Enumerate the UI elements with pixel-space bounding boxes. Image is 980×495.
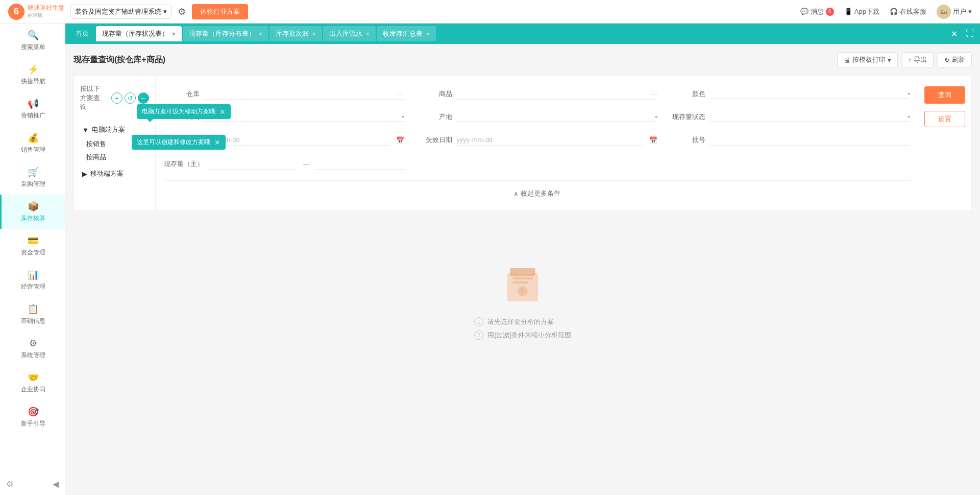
print-dropdown-icon: ▾ — [888, 56, 891, 64]
tab-close-inventory-status[interactable]: ✕ — [172, 31, 176, 37]
mobile-scheme-group: ▶ 移动端方案 — [74, 166, 155, 181]
setup-button[interactable]: 设置 — [924, 111, 965, 127]
operations-icon: 📊 — [28, 269, 39, 280]
sidebar-item-operations[interactable]: 📊经营管理 — [0, 263, 65, 297]
scheme-arrow-button[interactable]: ← — [138, 92, 149, 104]
filter-label: 按以下方案查询 — [80, 84, 105, 112]
empty-step-2: 2 用[过滤]条件来缩小分析范围 — [474, 331, 571, 340]
add-scheme-button[interactable]: + — [111, 92, 122, 104]
online-service-button[interactable]: 🎧 在线客服 — [890, 7, 926, 16]
system-selector[interactable]: 装备及固定资产辅助管理系统 ▾ — [70, 5, 172, 19]
expire-date-label: 失效日期 — [416, 135, 452, 145]
warehouse-dots: ··· — [397, 90, 404, 98]
stock-main-to-input[interactable] — [316, 158, 404, 170]
sidebar-item-inventory[interactable]: 📦库存核算 — [0, 195, 65, 229]
search-menu-icon: 🔍 — [28, 30, 39, 41]
page-title: 现存量查询(按仓库+商品) — [74, 55, 165, 65]
tab-close-batch-ledger[interactable]: ✕ — [312, 31, 316, 37]
purchase-icon: 🛒 — [28, 167, 39, 178]
tab-close-all-icon[interactable]: ✕ — [949, 27, 960, 41]
color-select[interactable]: ▾ — [709, 89, 910, 99]
tab-inventory-status[interactable]: 现存量（库存状况表）✕ — [96, 26, 182, 41]
prod-date-calendar-icon[interactable]: 📅 — [396, 136, 404, 144]
sidebar-item-basic-info[interactable]: 📋基础信息 — [0, 297, 65, 332]
empty-step-1: 1 请先选择要分析的方案 — [474, 317, 571, 326]
tooltip1-text: 电脑方案可设为移动方案哦 — [142, 107, 215, 116]
sales-icon: 💰 — [28, 132, 39, 144]
edit-scheme-button[interactable]: ↺ — [125, 92, 136, 104]
tab-home[interactable]: 首页 — [69, 26, 95, 41]
quick-nav-label: 快捷导航 — [21, 77, 45, 86]
settings-icon[interactable]: ⚙ — [178, 6, 186, 17]
svg-rect-2 — [512, 277, 533, 279]
sidebar-item-sales[interactable]: 💰销售管理 — [0, 126, 65, 160]
sidebar-item-purchase[interactable]: 🛒采购管理 — [0, 160, 65, 195]
brand-name: 畅通道好生意 — [28, 4, 64, 12]
sidebar-item-system[interactable]: ⚙系统管理 — [0, 332, 65, 366]
tooltip2-text: 这里可以创建和修改方案哦 — [137, 138, 210, 147]
origin-caret: ▾ — [655, 114, 657, 120]
mobile-scheme-header[interactable]: ▶ 移动端方案 — [74, 166, 155, 181]
tab-close-inventory-dist[interactable]: ✕ — [258, 31, 262, 37]
goods-select[interactable]: ··· — [456, 88, 657, 100]
quick-nav-icon: ⚡ — [28, 64, 39, 75]
stock-main-from-input[interactable] — [208, 158, 296, 170]
size-caret: ▾ — [402, 114, 404, 120]
collapse-button[interactable]: ∧ 收起更多条件 — [509, 185, 565, 202]
stock-main-label: 现存量（主） — [164, 159, 204, 169]
sidebar-collapse-icon[interactable]: ◀ — [53, 479, 59, 489]
guide-icon: 🎯 — [28, 406, 39, 417]
search-menu-label: 搜索菜单 — [21, 43, 45, 52]
app-download-button[interactable]: 📱 App下载 — [844, 7, 879, 16]
sidebar-settings-icon[interactable]: ⚙ — [6, 479, 13, 489]
sidebar-item-finance[interactable]: 💳资金管理 — [0, 229, 65, 263]
sidebar-item-enterprise[interactable]: 🤝企业协同 — [0, 366, 65, 400]
tab-in-out-flow[interactable]: 出入库流水✕ — [323, 26, 376, 41]
export-button[interactable]: ↑ 导出 — [902, 52, 934, 67]
tab-recv-summary[interactable]: 收发存汇总表✕ — [377, 26, 436, 41]
messages-button[interactable]: 💬 消息 6 — [800, 7, 834, 16]
logo: 6 畅通道好生意 标准版 — [8, 4, 64, 20]
tooltip1-close-button[interactable]: ✕ — [219, 108, 226, 116]
origin-select[interactable]: ▾ — [456, 112, 657, 122]
expire-date-calendar-icon[interactable]: 📅 — [649, 136, 657, 144]
stock-main-separator: — — [303, 160, 309, 168]
sidebar-item-quick-nav[interactable]: ⚡快捷导航 — [0, 58, 65, 92]
inventory-icon: 📦 — [28, 201, 39, 212]
system-label: 系统管理 — [21, 351, 45, 360]
tab-bar: 首页现存量（库存状况表）✕现存量（库存分布表）✕库存批次账✕出入库流水✕收发存汇… — [65, 23, 980, 44]
tab-fullscreen-icon[interactable]: ⛶ — [964, 27, 976, 40]
trial-button[interactable]: 体验行业方案 — [192, 4, 248, 19]
batch-input[interactable] — [709, 134, 910, 146]
size-select[interactable]: ▾ — [204, 112, 404, 122]
tab-close-recv-summary[interactable]: ✕ — [426, 31, 430, 37]
sidebar-item-search-menu[interactable]: 🔍搜索菜单 — [0, 23, 65, 58]
basic-info-icon: 📋 — [28, 303, 39, 315]
desktop-scheme-label: 电脑端方案 — [92, 125, 125, 134]
print-button[interactable]: 🖨 按模板打印 ▾ — [837, 52, 898, 67]
warehouse-select[interactable]: ··· — [204, 88, 404, 100]
user-dropdown-icon: ▾ — [968, 8, 972, 15]
stock-status-select[interactable]: ▾ — [709, 112, 910, 122]
empty-illustration: ? — [497, 258, 548, 309]
empty-steps: 1 请先选择要分析的方案 2 用[过滤]条件来缩小分析范围 — [474, 317, 571, 340]
sidebar-item-marketing[interactable]: 📢营销推广 — [0, 92, 65, 126]
color-caret: ▾ — [908, 91, 910, 97]
tab-inventory-dist[interactable]: 现存量（库存分布表）✕ — [183, 26, 268, 41]
scheme-item-goods[interactable]: 按商品 — [74, 151, 155, 164]
prod-date-input[interactable] — [204, 134, 390, 146]
sidebar-item-guide[interactable]: 🎯新手引导 — [0, 400, 65, 434]
tooltip2-close-button[interactable]: ✕ — [214, 138, 220, 147]
stock-status-field: 现存量状态 ▾ — [670, 108, 910, 126]
brand-sub: 标准版 — [28, 12, 64, 19]
origin-label: 产地 — [416, 112, 452, 122]
tab-close-in-out-flow[interactable]: ✕ — [365, 31, 370, 37]
tab-label: 出入库流水 — [329, 29, 362, 38]
export-icon: ↑ — [909, 56, 912, 64]
tab-batch-ledger[interactable]: 库存批次账✕ — [270, 26, 322, 41]
expire-date-input[interactable] — [456, 134, 643, 146]
refresh-button[interactable]: ↻ 刷新 — [938, 52, 972, 67]
user-menu[interactable]: Ea 用户 ▾ — [937, 5, 972, 19]
warehouse-field: 仓库 ··· — [164, 84, 404, 104]
query-button[interactable]: 查询 — [924, 86, 965, 104]
